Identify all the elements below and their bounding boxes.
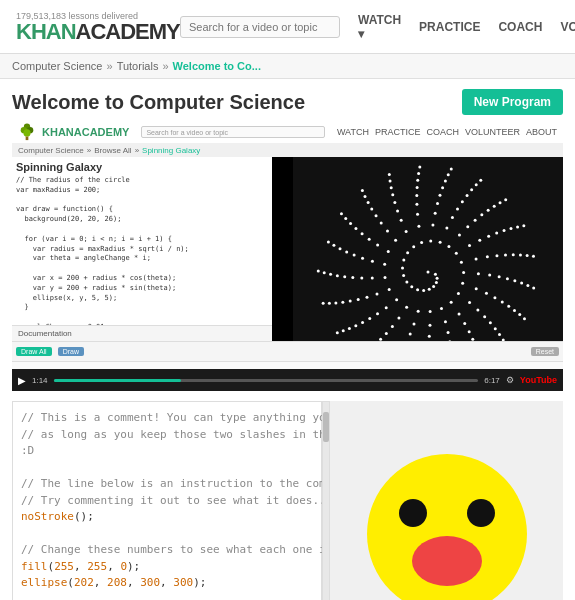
code-line-11: ellipse(202, 208, 300, 300); bbox=[21, 575, 313, 592]
svg-point-96 bbox=[483, 315, 486, 318]
search-input[interactable] bbox=[180, 16, 340, 38]
video-logo-tree bbox=[18, 123, 36, 141]
svg-point-55 bbox=[458, 312, 461, 315]
svg-point-148 bbox=[349, 222, 352, 225]
scrollbar-thumb bbox=[323, 412, 329, 442]
svg-point-102 bbox=[368, 317, 371, 320]
svg-point-84 bbox=[361, 257, 364, 260]
svg-point-54 bbox=[468, 301, 471, 304]
svg-point-156 bbox=[519, 253, 522, 256]
svg-point-157 bbox=[520, 282, 523, 285]
nav-links: WATCH ▾ PRACTICE COACH VOL... bbox=[350, 7, 575, 47]
breadcrumb-cs[interactable]: Computer Science bbox=[12, 60, 103, 72]
code-editor[interactable]: // This is a comment! You can type anyth… bbox=[12, 401, 322, 600]
svg-point-72 bbox=[486, 255, 489, 258]
vb-browse: Browse All bbox=[94, 146, 131, 155]
svg-point-134 bbox=[503, 229, 506, 232]
code-scrollbar[interactable] bbox=[322, 401, 330, 600]
video-play-icon[interactable]: ▶ bbox=[18, 375, 26, 386]
video-draw-btn[interactable]: Draw bbox=[58, 347, 84, 356]
svg-point-40 bbox=[388, 288, 391, 291]
svg-point-79 bbox=[409, 333, 412, 336]
code-line-12 bbox=[21, 592, 313, 601]
code-section: // This is a comment! You can type anyth… bbox=[12, 401, 563, 600]
svg-point-186 bbox=[342, 329, 345, 332]
svg-point-28 bbox=[447, 245, 450, 248]
svg-point-12 bbox=[436, 277, 439, 280]
new-program-button[interactable]: New Program bbox=[462, 89, 563, 115]
nav-volunteer[interactable]: VOL... bbox=[552, 14, 575, 40]
svg-point-42 bbox=[383, 263, 386, 266]
svg-point-170 bbox=[364, 195, 367, 198]
svg-point-81 bbox=[376, 312, 379, 315]
svg-point-95 bbox=[493, 296, 496, 299]
svg-point-110 bbox=[438, 194, 441, 197]
svg-point-60 bbox=[385, 306, 388, 309]
svg-point-104 bbox=[351, 276, 354, 279]
svg-point-73 bbox=[488, 274, 491, 277]
svg-point-83 bbox=[360, 277, 363, 280]
svg-point-175 bbox=[499, 201, 502, 204]
svg-point-8 bbox=[23, 129, 30, 136]
video-inner-nav: KHANACADEMY Search for a video or topic … bbox=[12, 121, 563, 143]
breadcrumb-tutorials[interactable]: Tutorials bbox=[117, 60, 159, 72]
svg-point-114 bbox=[504, 254, 507, 257]
svg-point-24 bbox=[412, 245, 415, 248]
code-line-10: fill(255, 255, 0); bbox=[21, 559, 313, 576]
svg-point-66 bbox=[400, 219, 403, 222]
svg-point-85 bbox=[368, 238, 371, 241]
svg-point-108 bbox=[393, 201, 396, 204]
logo-name: KHANACADEMY bbox=[16, 21, 180, 43]
svg-point-20 bbox=[402, 274, 405, 277]
svg-point-37 bbox=[417, 310, 420, 313]
svg-point-87 bbox=[396, 209, 399, 212]
svg-point-191 bbox=[361, 189, 364, 192]
svg-point-43 bbox=[387, 250, 390, 253]
smiley-eye-left bbox=[399, 499, 427, 527]
svg-point-19 bbox=[405, 280, 408, 283]
video-settings-icon[interactable]: ⚙ bbox=[506, 375, 514, 385]
svg-point-70 bbox=[466, 225, 469, 228]
svg-point-11 bbox=[434, 273, 437, 276]
svg-point-51 bbox=[475, 257, 478, 260]
svg-point-26 bbox=[429, 240, 432, 243]
youtube-icon[interactable]: YouTube bbox=[520, 375, 557, 385]
svg-point-117 bbox=[489, 321, 492, 324]
video-reset-btn[interactable]: Reset bbox=[531, 347, 559, 356]
svg-point-46 bbox=[417, 225, 420, 228]
nav-watch[interactable]: WATCH ▾ bbox=[350, 7, 409, 47]
code-line-3: :D bbox=[21, 443, 313, 460]
svg-point-76 bbox=[463, 322, 466, 325]
svg-point-59 bbox=[397, 317, 400, 320]
video-nav-watch: WATCH bbox=[337, 127, 369, 137]
svg-point-128 bbox=[370, 207, 373, 210]
video-code-area: Spinning Galaxy // The radius of the cir… bbox=[12, 157, 272, 341]
svg-point-10 bbox=[427, 271, 430, 274]
video-progress-bar[interactable] bbox=[54, 379, 479, 382]
video-bottom-bar: Draw All Draw Reset bbox=[12, 341, 563, 361]
code-line-4 bbox=[21, 460, 313, 477]
nav-practice[interactable]: PRACTICE bbox=[411, 14, 488, 40]
svg-point-93 bbox=[495, 254, 498, 257]
svg-point-44 bbox=[394, 239, 397, 242]
svg-point-56 bbox=[444, 320, 447, 323]
video-docs-bar: Documentation bbox=[12, 325, 272, 341]
svg-point-92 bbox=[487, 235, 490, 238]
nav-coach[interactable]: COACH bbox=[490, 14, 550, 40]
svg-point-22 bbox=[402, 259, 405, 262]
logo-text-area: 179,513,183 lessons delivered KHANACADEM… bbox=[16, 11, 180, 43]
svg-point-97 bbox=[468, 330, 471, 333]
code-line-1: // This is a comment! You can type anyth… bbox=[21, 410, 313, 427]
code-line-2: // as long as you keep those two slashes… bbox=[21, 427, 313, 444]
svg-point-135 bbox=[512, 253, 515, 256]
svg-point-32 bbox=[461, 282, 464, 285]
svg-point-27 bbox=[439, 241, 442, 244]
svg-point-126 bbox=[345, 250, 348, 253]
svg-point-167 bbox=[329, 273, 332, 276]
video-draw-all-btn[interactable]: Draw All bbox=[16, 347, 52, 356]
svg-point-68 bbox=[434, 212, 437, 215]
svg-point-173 bbox=[447, 173, 450, 176]
svg-point-74 bbox=[485, 292, 488, 295]
svg-point-127 bbox=[354, 227, 357, 230]
svg-point-147 bbox=[339, 247, 342, 250]
